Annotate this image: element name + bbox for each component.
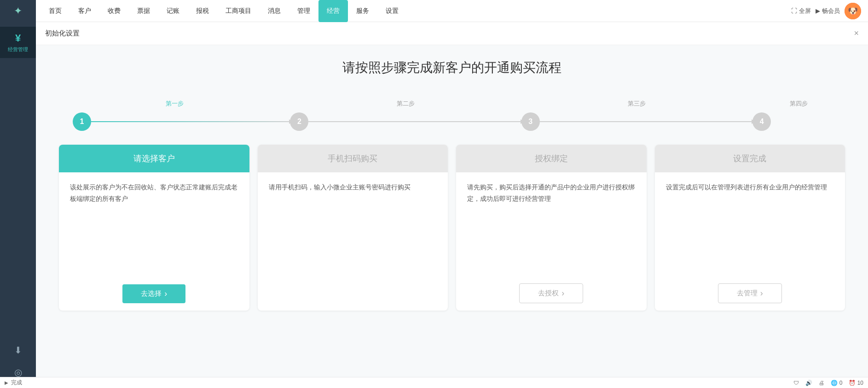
step-wrapper-2: 第二步 2 [290, 100, 521, 131]
nav-operations[interactable]: 经营 [318, 0, 348, 22]
status-bar: ▶ 完成 🛡 🔊 🖨 🌐 0 ⏰ 10 [0, 377, 868, 388]
step2-circle: 2 [290, 112, 308, 131]
play-icon: ▶ [5, 380, 8, 385]
step2-label: 第二步 [397, 100, 415, 108]
step3-connector [540, 121, 752, 122]
step1-action-button[interactable]: 去选择 › [122, 284, 185, 303]
fullscreen-btn[interactable]: ⛶ 全屏 [791, 7, 811, 15]
logo-icon: ✦ [14, 5, 22, 17]
svg-text:🐶: 🐶 [848, 6, 858, 16]
cards-container: 请选择客户 该处展示的客户为不在回收站、客户状态正常建账后完成老板端绑定的所有客… [59, 145, 845, 311]
content-area: 请按照步骤完成新客户的开通购买流程 第一步 1 第二步 2 [36, 45, 868, 377]
network-status: 🌐 0 [831, 380, 842, 386]
step2-card-body: 请用手机扫码，输入小微企业主账号密码进行购买 [258, 172, 448, 296]
step3-card-body: 请先购买，购买后选择开通的产品中的企业用户进行授权绑定，成功后即可进行经营管理 [456, 172, 647, 276]
status-label: 完成 [11, 379, 22, 387]
sidebar-item-label: 经营管理 [8, 46, 28, 53]
step1-card-footer: 去选择 › [59, 277, 249, 311]
nav-settings[interactable]: 设置 [377, 0, 407, 22]
nav-tax[interactable]: 报税 [188, 0, 217, 22]
sidebar-item-finance[interactable]: ¥ 经营管理 [0, 27, 36, 58]
page-header: 初始化设置 × [36, 22, 868, 45]
nav-items: 首页 客户 收费 票据 记账 报税 工商项目 消息 管理 经营 服务 设置 [36, 0, 791, 22]
nav-right: ⛶ 全屏 ▶ 畅会员 🐶 [791, 3, 868, 19]
vip-label: 畅会员 [822, 7, 840, 15]
vip-icon: ▶ [816, 7, 820, 14]
step1-btn-label: 去选择 [141, 289, 162, 298]
step3-btn-arrow: › [561, 288, 564, 298]
nav-home[interactable]: 首页 [41, 0, 70, 22]
nav-service[interactable]: 服务 [348, 0, 377, 22]
step1-label: 第一步 [166, 100, 184, 108]
step2-connector [308, 121, 521, 122]
fullscreen-label: 全屏 [799, 7, 811, 15]
step2-card-footer [258, 296, 448, 311]
step4-btn-label: 去管理 [737, 289, 758, 298]
logo-area: ✦ [0, 0, 36, 22]
sidebar: ¥ 经营管理 ⬇ ◎ [0, 22, 36, 388]
support-icon: ◎ [14, 367, 22, 378]
step4-card-footer: 去管理 › [655, 276, 845, 311]
nav-management[interactable]: 管理 [289, 0, 318, 22]
step1-card-body: 该处展示的客户为不在回收站、客户状态正常建账后完成老板端绑定的所有客户 [59, 172, 249, 277]
step3-btn-label: 去授权 [538, 289, 559, 298]
nav-customer[interactable]: 客户 [70, 0, 99, 22]
step1-line: 1 [59, 112, 290, 131]
step1-circle: 1 [73, 112, 91, 131]
nav-bookkeeping[interactable]: 记账 [158, 0, 188, 22]
vip-btn[interactable]: ▶ 畅会员 [816, 7, 840, 15]
fullscreen-icon: ⛶ [791, 7, 797, 14]
step2-line: 2 [290, 112, 521, 131]
step2-card: 手机扫码购买 请用手机扫码，输入小微企业主账号密码进行购买 [258, 145, 448, 311]
step-wrapper-4: 第四步 4 [752, 100, 845, 131]
nav-message[interactable]: 消息 [260, 0, 289, 22]
nav-industry[interactable]: 工商项目 [217, 0, 260, 22]
step1-card-header: 请选择客户 [59, 145, 249, 172]
shield-icon: 🛡 [793, 380, 799, 386]
step3-card: 授权绑定 请先购买，购买后选择开通的产品中的企业用户进行授权绑定，成功后即可进行… [456, 145, 647, 311]
step3-label: 第三步 [628, 100, 646, 108]
step4-action-button[interactable]: 去管理 › [718, 283, 782, 303]
nav-invoice[interactable]: 票据 [129, 0, 158, 22]
print-icon: 🖨 [819, 380, 824, 386]
step4-card: 设置完成 设置完成后可以在管理列表进行所有企业用户的经营管理 去管理 › [655, 145, 845, 311]
step3-card-header: 授权绑定 [456, 145, 647, 172]
main-content: 初始化设置 × 请按照步骤完成新客户的开通购买流程 第一步 1 第二步 [36, 22, 868, 377]
time-status: ⏰ 10 [849, 380, 863, 386]
nav-billing[interactable]: 收费 [99, 0, 129, 22]
step3-line: 3 [521, 112, 752, 131]
step3-card-footer: 去授权 › [456, 276, 647, 311]
finance-icon: ¥ [15, 32, 21, 44]
step-wrapper-3: 第三步 3 [521, 100, 752, 131]
avatar[interactable]: 🐶 [845, 3, 861, 19]
step3-circle: 3 [521, 112, 540, 131]
step4-line: 4 [752, 112, 845, 131]
step4-circle: 4 [752, 112, 771, 131]
status-right: 🛡 🔊 🖨 🌐 0 ⏰ 10 [793, 380, 863, 386]
step4-label: 第四步 [790, 100, 808, 108]
step1-card: 请选择客户 该处展示的客户为不在回收站、客户状态正常建账后完成老板端绑定的所有客… [59, 145, 249, 311]
step1-btn-arrow: › [164, 289, 167, 299]
step1-connector [91, 121, 290, 122]
steps-indicator: 第一步 1 第二步 2 [59, 100, 845, 131]
step4-card-header: 设置完成 [655, 145, 845, 172]
volume-icon: 🔊 [805, 380, 812, 386]
step2-card-header: 手机扫码购买 [258, 145, 448, 172]
top-navigation: ✦ 首页 客户 收费 票据 记账 报税 工商项目 消息 管理 经营 服务 设置 … [0, 0, 868, 22]
close-button[interactable]: × [854, 29, 859, 38]
page-title: 初始化设置 [45, 29, 80, 38]
sidebar-download[interactable]: ⬇ [0, 339, 36, 361]
download-icon: ⬇ [14, 345, 22, 356]
page-main-title: 请按照步骤完成新客户的开通购买流程 [59, 59, 845, 76]
step4-card-body: 设置完成后可以在管理列表进行所有企业用户的经营管理 [655, 172, 845, 276]
step4-btn-arrow: › [760, 288, 763, 298]
step-wrapper-1: 第一步 1 [59, 100, 290, 131]
step3-action-button[interactable]: 去授权 › [519, 283, 583, 303]
